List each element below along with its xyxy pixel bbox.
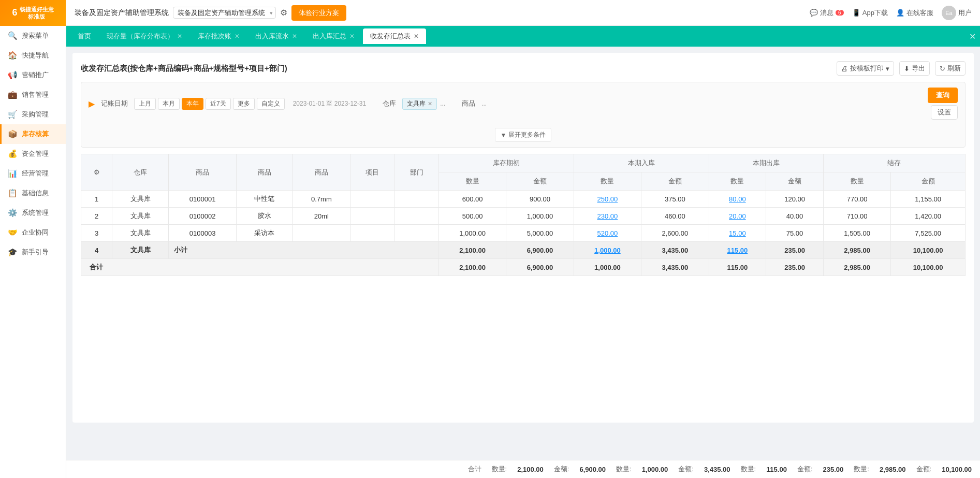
th-bal-qty: 数量 — [823, 172, 890, 191]
date-this-year[interactable]: 本年 — [182, 98, 203, 110]
sidebar-item-sales[interactable]: 💼 销售管理 — [0, 85, 66, 105]
th-opening: 库存期初 — [438, 154, 574, 172]
row-in-qty[interactable]: 520.00 — [574, 225, 641, 242]
bottom-open-amt-label: 金额: — [554, 465, 569, 474]
refresh-button[interactable]: ↻ 刷新 — [935, 61, 966, 76]
tab-close-current-inventory[interactable]: ✕ — [177, 33, 182, 40]
sidebar-item-search[interactable]: 🔍 搜索菜单 — [0, 26, 66, 46]
date-7-days[interactable]: 近7天 — [206, 98, 231, 110]
data-table: ⚙ 仓库 商品 商品 商品 项目 部门 库存期初 本期入库 本期出库 结存 数量 — [81, 154, 966, 276]
online-service-item[interactable]: 👤 在线客服 — [896, 8, 933, 18]
sidebar-item-operations[interactable]: 📊 经营管理 — [0, 164, 66, 183]
sidebar-item-purchase[interactable]: 🛒 采购管理 — [0, 105, 66, 124]
sidebar-item-finance[interactable]: 💰 资金管理 — [0, 144, 66, 164]
bottom-open-qty-label: 数量: — [492, 465, 507, 474]
total-row: 合计 2,100.00 6,900.00 1,000.00 3,435.00 1… — [81, 259, 966, 276]
total-bal-qty: 2,985.00 — [823, 259, 890, 276]
sidebar-label-operations: 经营管理 — [22, 169, 49, 178]
page-card: 收发存汇总表(按仓库+商品编码+商品+规格型号+项目+部门) 🖨 按模板打印 ▾… — [72, 53, 974, 423]
tab-close-io-flow[interactable]: ✕ — [292, 33, 297, 40]
page-title-row: 收发存汇总表(按仓库+商品编码+商品+规格型号+项目+部门) 🖨 按模板打印 ▾… — [81, 61, 966, 76]
finance-icon: 💰 — [8, 149, 18, 158]
expand-conditions-button[interactable]: ▼ 展开更多条件 — [495, 128, 552, 142]
company-select[interactable]: 装备及固定资产辅助管理系统 — [173, 7, 276, 19]
tab-batch-ledger-label: 库存批次账 — [198, 32, 231, 41]
print-button[interactable]: 🖨 按模板打印 ▾ — [837, 61, 894, 76]
date-last-month[interactable]: 上月 — [134, 98, 156, 110]
tab-io-summary[interactable]: 出入库汇总 ✕ — [305, 28, 362, 44]
tab-close-batch-ledger[interactable]: ✕ — [235, 33, 240, 40]
tab-stock-summary[interactable]: 收发存汇总表 ✕ — [363, 28, 426, 44]
row-code: 0100003 — [169, 225, 236, 242]
notification-item[interactable]: 💬 消息 6 — [810, 8, 844, 18]
row-dept — [394, 208, 439, 225]
tab-batch-ledger[interactable]: 库存批次账 ✕ — [191, 28, 247, 44]
tab-close-io-summary[interactable]: ✕ — [349, 33, 355, 40]
try-button[interactable]: 体验行业方案 — [291, 5, 346, 21]
th-out-qty: 数量 — [709, 172, 766, 191]
expand-label: 展开更多条件 — [508, 131, 546, 139]
row-out-qty[interactable]: 20.00 — [709, 208, 766, 225]
sidebar-item-marketing[interactable]: 📢 营销推广 — [0, 65, 66, 85]
user-item[interactable]: Ea 用户 — [942, 6, 972, 20]
date-more[interactable]: 更多 — [233, 98, 255, 110]
settings-icon[interactable]: ⚙ — [280, 8, 287, 18]
row-out-amt: 75.00 — [766, 225, 824, 242]
home-icon: 🏠 — [8, 51, 18, 60]
sidebar-item-quick-nav[interactable]: 🏠 快捷导航 — [0, 46, 66, 65]
filter-bar: ▶ 记账日期 上月 本月 本年 近7天 更多 自定义 2023-01-01 至 … — [81, 82, 966, 148]
tab-io-flow[interactable]: 出入库流水 ✕ — [248, 28, 304, 44]
logo-icon: 6 — [12, 7, 17, 19]
sidebar-label-guide: 新手引导 — [22, 248, 49, 257]
row-out-qty[interactable]: 15.00 — [709, 225, 766, 242]
filter-expand-icon[interactable]: ▶ — [89, 99, 95, 109]
sidebar-item-base-info[interactable]: 📋 基础信息 — [0, 183, 66, 203]
th-code: 商品 — [169, 154, 236, 191]
row-open-amt: 5,000.00 — [506, 225, 574, 242]
sidebar-item-system[interactable]: ⚙️ 系统管理 — [0, 203, 66, 223]
logo: 6 畅捷通好生意 标准版 — [0, 0, 66, 26]
sidebar-label-marketing: 营销推广 — [22, 70, 49, 80]
sidebar-item-guide[interactable]: 🎓 新手引导 — [0, 242, 66, 262]
th-out-amt: 金额 — [766, 172, 824, 191]
date-range-text: 2023-01-01 至 2023-12-31 — [293, 99, 366, 108]
row-dept — [394, 191, 439, 208]
row-project — [350, 191, 394, 208]
set-button[interactable]: 设置 — [931, 105, 958, 120]
row-bal-qty: 710.00 — [823, 208, 890, 225]
tab-home[interactable]: 首页 — [70, 28, 98, 44]
date-custom[interactable]: 自定义 — [257, 98, 285, 110]
sidebar-item-enterprise[interactable]: 🤝 企业协同 — [0, 223, 66, 242]
table-row: 2 文具库 0100002 胶水 20ml 500.00 1,000.00 23… — [81, 208, 966, 225]
app-download-item[interactable]: 📱 App下载 — [852, 8, 888, 18]
warehouse-tag-close[interactable]: ✕ — [428, 100, 432, 107]
goods-more[interactable]: ... — [481, 100, 487, 107]
th-dept: 部门 — [394, 154, 439, 191]
query-button[interactable]: 查询 — [928, 88, 958, 103]
row-seq: 3 — [81, 225, 112, 242]
th-in-amt: 金额 — [641, 172, 709, 191]
sidebar-item-inventory[interactable]: 📦 库存核算 — [0, 124, 66, 144]
tab-bar-close[interactable]: ✕ — [969, 32, 976, 41]
tab-io-flow-label: 出入库流水 — [255, 32, 289, 41]
th-balance: 结存 — [823, 154, 965, 172]
th-open-amt: 金额 — [506, 172, 574, 191]
tab-current-inventory[interactable]: 现存量（库存分布表） ✕ — [99, 28, 189, 44]
row-in-qty[interactable]: 250.00 — [574, 191, 641, 208]
refresh-icon: ↻ — [940, 65, 945, 73]
row-seq: 2 — [81, 208, 112, 225]
row-project — [350, 225, 394, 242]
subtotal-out-amt: 235.00 — [766, 242, 824, 259]
sidebar: 6 畅捷通好生意 标准版 🔍 搜索菜单 🏠 快捷导航 📢 营销推广 💼 销售管理… — [0, 0, 66, 478]
sidebar-label-quick-nav: 快捷导航 — [22, 51, 49, 60]
row-out-qty[interactable]: 80.00 — [709, 191, 766, 208]
row-in-qty[interactable]: 230.00 — [574, 208, 641, 225]
export-button[interactable]: ⬇ 导出 — [899, 61, 930, 76]
row-open-amt: 1,000.00 — [506, 208, 574, 225]
total-in-qty: 1,000.00 — [574, 259, 641, 276]
warehouse-more[interactable]: ... — [440, 100, 445, 107]
date-this-month[interactable]: 本月 — [158, 98, 180, 110]
sidebar-label-finance: 资金管理 — [22, 149, 49, 158]
tab-close-stock-summary[interactable]: ✕ — [414, 33, 419, 40]
filter-row-main: ▶ 记账日期 上月 本月 本年 近7天 更多 自定义 2023-01-01 至 … — [89, 88, 958, 120]
